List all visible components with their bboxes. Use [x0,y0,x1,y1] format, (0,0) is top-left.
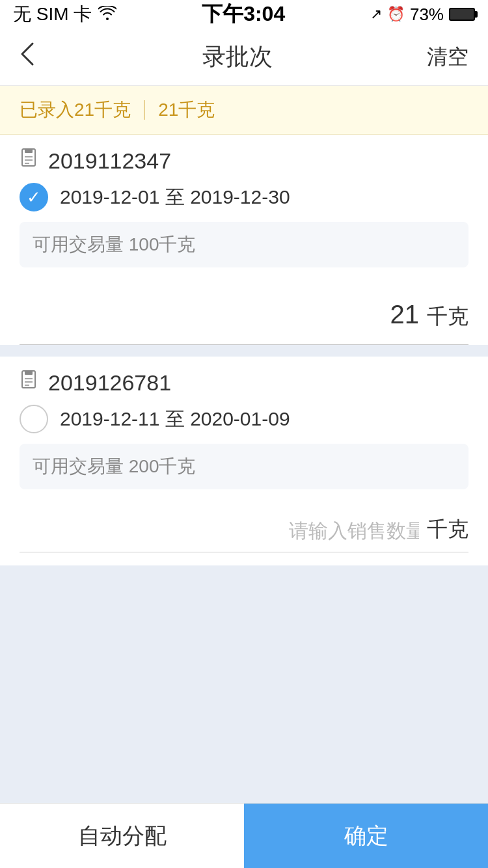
check-icon: ✓ [27,189,41,206]
location-icon: ↗ [370,6,382,23]
batch-1-date: 2019-12-01 至 2019-12-30 [60,184,290,211]
batch-1-quantity-box: 可用交易量 100千克 [20,222,468,267]
svg-rect-6 [25,371,33,375]
battery-text: 73% [410,5,444,25]
batch-item-2: 2019126781 2019-12-11 至 2020-01-09 可用交易量… [0,357,488,565]
batch-1-date-row[interactable]: ✓ 2019-12-01 至 2019-12-30 [20,183,468,211]
amount-row-1-wrapper: 21 千克 [0,287,488,345]
alarm-icon: ⏰ [387,6,405,23]
bottom-bar: 自动分配 确定 [0,803,488,868]
battery-icon [449,8,475,21]
page-title: 录批次 [202,41,273,73]
amount-row-1: 21 千克 [20,287,468,345]
batch-1-radio[interactable]: ✓ [20,183,48,211]
time-display: 下午3:04 [202,0,285,29]
auto-distribute-button[interactable]: 自动分配 [0,804,244,868]
batch-1-amount-unit: 千克 [427,303,468,331]
status-right: ↗ ⏰ 73% [370,5,475,25]
batch-1-header: 2019112347 [20,148,468,174]
batch-2-header: 2019126781 [20,370,468,396]
batch-1-id: 2019112347 [48,148,171,174]
svg-rect-1 [25,149,33,153]
batch-1-amount-value: 21 [390,300,420,329]
status-bar: 无 SIM 卡 下午3:04 ↗ ⏰ 73% [0,0,488,29]
clear-button[interactable]: 清空 [416,43,468,72]
status-left: 无 SIM 卡 [13,2,116,27]
confirm-label: 确定 [344,821,388,851]
batch-1-available-qty: 可用交易量 100千克 [33,234,196,254]
batch-2-available-qty: 可用交易量 200千克 [33,456,196,476]
input-row-2[interactable]: 千克 [20,515,468,552]
wifi-icon [98,4,116,25]
section-divider [0,345,488,357]
info-banner: 已录入21千克 21千克 [0,86,488,135]
batch-item-1: 2019112347 ✓ 2019-12-01 至 2019-12-30 可用交… [0,135,488,345]
carrier-text: 无 SIM 卡 [13,2,92,27]
banner-divider [144,100,145,120]
auto-distribute-label: 自动分配 [78,821,167,851]
empty-area [0,565,488,826]
confirm-button[interactable]: 确定 [244,804,488,868]
batch-2-date-row[interactable]: 2019-12-11 至 2020-01-09 [20,405,468,433]
input-row-wrapper: 千克 [0,509,488,565]
batch-2-date: 2019-12-11 至 2020-01-09 [60,406,290,433]
total-amount-value: 21千克 [158,98,215,122]
sales-quantity-input[interactable] [289,516,419,543]
batch-2-doc-icon [20,370,40,396]
input-unit-label: 千克 [427,515,468,544]
recorded-amount-label: 已录入21千克 [20,98,131,122]
batch-2-quantity-box: 可用交易量 200千克 [20,444,468,489]
nav-bar: 录批次 清空 [0,29,488,86]
back-button[interactable] [20,41,59,73]
batch-2-id: 2019126781 [48,370,171,396]
batch-1-doc-icon [20,148,40,174]
batch-2-radio[interactable] [20,405,48,433]
